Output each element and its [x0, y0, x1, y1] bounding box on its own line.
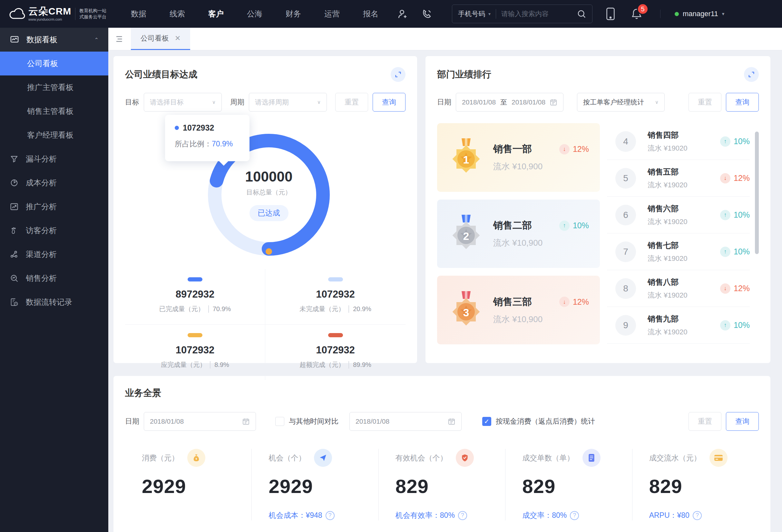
trend-badge: ↑10%: [720, 247, 750, 257]
target-total: 100000: [245, 169, 293, 185]
group-by-select[interactable]: 按工单客户经理统计∨: [577, 93, 665, 112]
sidebar-item-sales-analysis[interactable]: 销售分析: [0, 266, 108, 290]
search-input[interactable]: 请输入搜索内容: [501, 9, 577, 19]
gold-medal-icon: 1: [450, 138, 482, 176]
reset-button[interactable]: 重置: [335, 93, 368, 112]
rank-card-2[interactable]: 2 销售二部 ↑10% 流水 ¥10,900: [437, 200, 600, 268]
pie-chart-icon: [10, 178, 19, 187]
arpu-link[interactable]: ARPU：¥80?: [649, 510, 759, 521]
sidebar-item-company-board[interactable]: 公司看板: [0, 51, 108, 75]
stat-completed: 8972932 已完成量（元）70.9%: [125, 269, 265, 325]
period-select[interactable]: 请选择周期∨: [249, 93, 327, 112]
nav-item-leads[interactable]: 线索: [170, 9, 185, 19]
logo-tagline: 教育机构一站 式服务云平台: [75, 8, 106, 20]
stat-deal-flow: 成交流水（元） 829 ARPU：¥80?: [632, 449, 759, 521]
nav-item-pool[interactable]: 公海: [247, 9, 262, 19]
date-input-1[interactable]: 2018/01/08: [144, 412, 256, 431]
tab-company-board[interactable]: 公司看板 ✕: [131, 28, 190, 50]
share-nodes-icon: [10, 250, 19, 259]
sidebar-item-data-flow-log[interactable]: 数据流转记录: [0, 290, 108, 314]
nav-item-finance[interactable]: 财务: [286, 9, 301, 19]
app-root: 云朵CRM www.yunduocrm.com 教育机构一站 式服务云平台 数据…: [0, 0, 782, 532]
trend-chart-icon: [10, 202, 19, 211]
legend-pill-exceeded: [328, 333, 343, 337]
mobile-icon[interactable]: [605, 7, 616, 20]
rank-row-4[interactable]: 4 销售四部流水 ¥19020 ↑10%: [607, 123, 750, 160]
arrow-up-icon: ↑: [559, 220, 570, 231]
card3-title: 业务全景: [125, 387, 161, 399]
tab-list-icon[interactable]: [108, 28, 131, 50]
document-clock-icon: [10, 297, 19, 307]
person-add-icon[interactable]: [396, 8, 407, 19]
sidebar-item-sales-supervisor-board[interactable]: 销售主管看板: [0, 99, 108, 123]
target-stats-grid: 8972932 已完成量（元）70.9% 1072932 未完成量（元）20.9…: [125, 269, 405, 380]
sidebar-item-visitor-analysis[interactable]: 访客分析: [0, 219, 108, 243]
close-icon[interactable]: ✕: [175, 34, 180, 42]
compare-checkbox[interactable]: [275, 417, 284, 426]
deal-rate-link[interactable]: 成交率：80%?: [522, 510, 632, 521]
cash-stat-checkbox[interactable]: ✓: [482, 417, 491, 426]
global-search[interactable]: 手机号码 ▾ 请输入搜索内容: [452, 4, 593, 23]
query-button[interactable]: 查询: [726, 412, 759, 431]
expand-icon[interactable]: [744, 67, 759, 82]
logo-text: 云朵CRM: [28, 6, 71, 16]
nav-item-operations[interactable]: 运营: [324, 9, 340, 19]
funnel-icon: [10, 154, 19, 164]
rank-row-7[interactable]: 7 销售七部流水 ¥19020 ↑10%: [607, 234, 750, 270]
arrow-down-icon: ↓: [720, 173, 731, 183]
calendar-icon: [448, 418, 456, 425]
date-range-input[interactable]: 2018/01/08 至 2018/01/08: [456, 93, 564, 112]
chevron-up-icon: ⌃: [95, 37, 99, 43]
sidebar-item-promo-analysis[interactable]: 推广分析: [0, 195, 108, 219]
opportunity-valid-rate-link[interactable]: 机会有效率：80%?: [395, 510, 505, 521]
rank-row-8[interactable]: 8 销售八部流水 ¥19020 ↓12%: [607, 270, 750, 307]
rank-row-5[interactable]: 5 销售五部流水 ¥19020 ↓12%: [607, 160, 750, 197]
nav-item-customers[interactable]: 客户: [208, 9, 224, 19]
rank-row-9[interactable]: 9 销售九部流水 ¥19020 ↑10%: [607, 307, 750, 344]
tooltip-ratio: 70.9%: [212, 140, 233, 148]
scrollbar-thumb[interactable]: [755, 132, 759, 254]
query-button[interactable]: 查询: [726, 93, 759, 112]
search-category-select[interactable]: 手机号码: [458, 9, 485, 19]
sidebar-item-funnel-analysis[interactable]: 漏斗分析: [0, 147, 108, 171]
date-filter-label: 日期: [437, 97, 451, 107]
query-button[interactable]: 查询: [372, 93, 405, 112]
reset-button[interactable]: 重置: [688, 93, 721, 112]
sidebar-item-account-manager-board[interactable]: 客户经理看板: [0, 123, 108, 147]
arrow-down-icon: ↓: [720, 283, 731, 294]
rank-row-6[interactable]: 6 销售六部流水 ¥19020 ↑10%: [607, 197, 750, 234]
arrow-down-icon: ↓: [559, 297, 570, 307]
card-business-overview: 业务全景 日期 2018/01/08 与其他时间对比 2018/01/08 ✓: [113, 376, 771, 532]
main-area: 公司看板 ✕ 公司业绩目标达成 目标 请选择目: [108, 28, 782, 532]
date-input-2[interactable]: 2018/01/08: [349, 412, 462, 431]
expand-icon[interactable]: [391, 67, 405, 82]
logo[interactable]: 云朵CRM www.yunduocrm.com 教育机构一站 式服务云平台: [0, 6, 108, 21]
nav-item-data[interactable]: 数据: [131, 9, 146, 19]
trend-badge: ↓12%: [720, 283, 750, 294]
legend-pill-due: [188, 333, 203, 337]
topbar: 云朵CRM www.yunduocrm.com 教育机构一站 式服务云平台 数据…: [0, 0, 782, 28]
sidebar-item-promo-supervisor-board[interactable]: 推广主管看板: [0, 75, 108, 99]
stat-consumption: 消费（元） ¥ 2929: [125, 449, 251, 521]
help-icon: ?: [693, 511, 702, 520]
search-icon[interactable]: [577, 9, 586, 19]
period-filter-label: 周期: [230, 97, 244, 107]
opportunity-cost-link[interactable]: 机会成本：¥948?: [269, 510, 378, 521]
rank-card-3[interactable]: 3 销售三部 ↓12% 流水 ¥10,900: [437, 276, 600, 344]
reset-button[interactable]: 重置: [688, 412, 721, 431]
notification-badge[interactable]: 5: [637, 3, 648, 15]
arrow-up-icon: ↑: [720, 247, 731, 257]
target-filter-label: 目标: [125, 97, 139, 107]
user-menu[interactable]: manager11 ▾: [660, 10, 724, 18]
phone-call-icon[interactable]: [422, 8, 433, 19]
overview-stats: 消费（元） ¥ 2929 机会（个） 2929 机会成本：¥948?: [125, 449, 759, 521]
sidebar-item-cost-analysis[interactable]: 成本分析: [0, 171, 108, 195]
nav-item-signup[interactable]: 报名: [363, 9, 379, 19]
stat-valid-opportunities: 有效机会（个） 829 机会有效率：80%?: [379, 449, 505, 521]
sidebar-group-dashboards[interactable]: 数据看板 ⌃: [0, 28, 108, 51]
target-select[interactable]: 请选择目标∨: [144, 93, 222, 112]
cash-stat-label: 按现金消费（返点后消费）统计: [496, 417, 595, 426]
donut-tooltip: 1072932 所占比例：70.9%: [165, 115, 249, 161]
sidebar-item-channel-analysis[interactable]: 渠道分析: [0, 243, 108, 266]
rank-card-1[interactable]: 1 销售一部 ↓12% 流水 ¥10,900: [437, 123, 600, 192]
